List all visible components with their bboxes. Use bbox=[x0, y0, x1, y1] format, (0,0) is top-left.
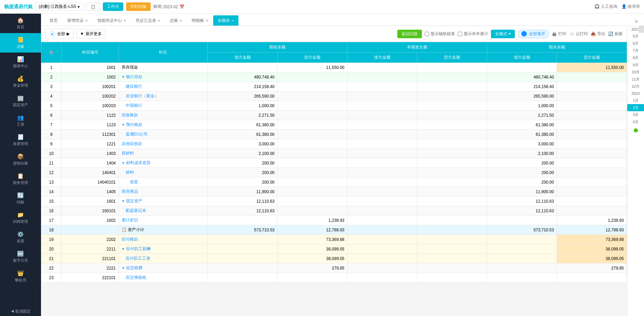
cell-name[interactable]: 嘉属EU公司 bbox=[119, 130, 207, 139]
cell-name[interactable]: ▼ 材料成本差异 bbox=[119, 158, 207, 168]
name-link[interactable]: 壹蛋 bbox=[130, 179, 138, 184]
ytd-checkbox-input[interactable] bbox=[458, 32, 462, 36]
sidebar-item-capital[interactable]: 💰资金管理 bbox=[0, 72, 41, 91]
tab-余额表[interactable]: 余额表✕ bbox=[213, 15, 238, 26]
tab-总账[interactable]: 总账✕ bbox=[165, 15, 187, 26]
name-link[interactable]: 配提基记本 bbox=[126, 208, 146, 213]
switch-version-button[interactable]: 切到旧版 bbox=[126, 2, 151, 11]
name-link[interactable]: 材料 bbox=[126, 170, 134, 175]
tab-新增凭证[interactable]: 新增凭证✕ bbox=[63, 15, 92, 26]
sidebar-item-purchase[interactable]: 📦进销台账 bbox=[0, 150, 41, 169]
sidebar-item-invoice[interactable]: 🧾发票管理 bbox=[0, 130, 41, 150]
right-panel-month-4月[interactable]: 4月 bbox=[627, 118, 644, 126]
name-link[interactable]: 库存商品 bbox=[122, 189, 138, 194]
name-link[interactable]: 应付职工工资 bbox=[126, 256, 150, 261]
filter-all-button[interactable]: ● 全部 ▶ bbox=[45, 29, 73, 39]
right-panel-month-8月[interactable]: 8月 bbox=[627, 54, 644, 61]
cell-name[interactable]: 库存商品 bbox=[119, 187, 207, 197]
expand-more-button[interactable]: ▼ 展开更多 bbox=[76, 29, 106, 39]
show-ytd-checkbox[interactable]: 显示本年累计 bbox=[458, 31, 488, 37]
right-panel-month-10月[interactable]: 10月 bbox=[627, 69, 644, 76]
name-link[interactable]: 应付账款 bbox=[122, 237, 138, 242]
name-link[interactable]: 其他应收款 bbox=[122, 141, 142, 146]
tab-凭证汇总表[interactable]: 凭证汇总表✕ bbox=[131, 15, 165, 26]
cell-name[interactable]: 应付账款 bbox=[119, 235, 207, 244]
sidebar-item-archive[interactable]: 📁归档管理 bbox=[0, 208, 41, 228]
tab-智能凭证中心[interactable]: 智能凭证中心✕ bbox=[93, 15, 131, 26]
tab-close-5[interactable]: ✕ bbox=[205, 19, 208, 23]
tab-close-2[interactable]: ✕ bbox=[123, 19, 126, 23]
cell-name[interactable]: 原材料 bbox=[119, 149, 207, 158]
cell-name[interactable]: 累计折旧 bbox=[119, 216, 207, 225]
cell-name[interactable]: 配提基记本 bbox=[119, 206, 207, 216]
right-panel-month-12月[interactable]: 12月 bbox=[627, 83, 644, 90]
right-panel-month-5月[interactable]: 5月 bbox=[627, 33, 644, 40]
right-panel-month-11月[interactable]: 11月 bbox=[627, 76, 644, 83]
right-panel-month-2月[interactable]: 2月 bbox=[627, 104, 644, 111]
name-link[interactable]: 材料成本差异 bbox=[126, 160, 151, 165]
cell-name[interactable]: 其他应收款 bbox=[119, 139, 207, 149]
cell-name[interactable]: ▼ 固定资产 bbox=[119, 197, 207, 206]
sidebar-item-salary[interactable]: 👥工资 bbox=[0, 111, 41, 130]
refresh-action[interactable]: 🔄 刷新 bbox=[608, 31, 623, 37]
workbench-button[interactable]: 工作台 bbox=[103, 2, 123, 11]
user-avatar[interactable]: 👤 徐泽华 bbox=[621, 4, 640, 10]
copy-button[interactable]: 📋 bbox=[86, 3, 100, 11]
auxiliary-checkbox-input[interactable] bbox=[425, 32, 429, 36]
tab-close-1[interactable]: ✕ bbox=[85, 19, 88, 23]
cell-name[interactable]: 农业银行（黄金） bbox=[119, 91, 207, 101]
sidebar-item-ledger[interactable]: 📒总账 bbox=[0, 33, 41, 53]
cell-name[interactable]: 建设银行 bbox=[119, 82, 207, 91]
name-link[interactable]: 固定资产 bbox=[126, 199, 142, 203]
tab-close-6[interactable]: ✕ bbox=[231, 19, 234, 23]
ai-consult[interactable]: 🎧 人工咨询 bbox=[594, 4, 617, 10]
close-all-tabs-button[interactable]: ✕ bbox=[633, 17, 640, 26]
cell-name[interactable]: 中国银行 bbox=[119, 101, 207, 111]
return-old-button[interactable]: 返回旧版 bbox=[397, 30, 422, 38]
right-panel-month-6月[interactable]: 6月 bbox=[627, 40, 644, 47]
sidebar-item-settings[interactable]: ⚙️设置 bbox=[0, 228, 41, 247]
sidebar-item-settlement[interactable]: 🔄结账 bbox=[0, 189, 41, 208]
right-panel-month-9月[interactable]: 9月 bbox=[627, 61, 644, 69]
format-button[interactable]: 全额式 ▾ bbox=[491, 30, 515, 38]
tab-首页[interactable]: 首页 bbox=[45, 15, 62, 26]
name-link[interactable]: 预付账款 bbox=[126, 122, 142, 127]
cell-name[interactable]: ▼ 预付账款 bbox=[119, 120, 207, 130]
sidebar-item-assets[interactable]: 🏢固定资产 bbox=[0, 91, 41, 111]
name-link[interactable]: 中国银行 bbox=[126, 103, 142, 108]
name-link[interactable]: 应付职工薪酬 bbox=[126, 246, 151, 251]
name-link[interactable]: 原材料 bbox=[122, 151, 134, 156]
cell-name[interactable]: 应收账款 bbox=[119, 111, 207, 120]
name-link[interactable]: 累计折旧 bbox=[122, 218, 138, 222]
show-auxiliary-checkbox[interactable]: 显示辅助核算 bbox=[425, 31, 455, 37]
name-link[interactable]: 应交增值税 bbox=[126, 275, 146, 280]
cell-name[interactable]: 材料 bbox=[119, 168, 207, 177]
th-settings[interactable]: ⚙️ bbox=[41, 42, 61, 63]
cell-name[interactable]: ▼ 应交税费 bbox=[119, 263, 207, 273]
cloud-print-action[interactable]: ☁️ 云打印 bbox=[569, 31, 588, 37]
export-action[interactable]: 📤 导出 bbox=[591, 31, 605, 37]
right-panel-month-7月[interactable]: 7月 bbox=[627, 47, 644, 54]
sidebar-item-tax[interactable]: 📋税务管理 bbox=[0, 169, 41, 189]
cell-name[interactable]: ▼ 银行存款 bbox=[119, 72, 207, 82]
cell-name[interactable]: 应付职工工资 bbox=[119, 254, 207, 263]
name-link[interactable]: 嘉属EU公司 bbox=[126, 132, 148, 137]
name-link[interactable]: 建设银行 bbox=[126, 84, 142, 89]
expand-all-toggle[interactable]: 全部展开 bbox=[518, 30, 549, 38]
company-selector[interactable]: (勿删) 江西股圣-LSS ▾ bbox=[36, 3, 83, 11]
cell-name[interactable]: 壹蛋 bbox=[119, 177, 207, 187]
name-link[interactable]: 应收账款 bbox=[122, 113, 138, 117]
tab-close-3[interactable]: ✕ bbox=[157, 19, 160, 23]
name-link[interactable]: 农业银行（黄金） bbox=[126, 94, 159, 98]
cancel-fixed-button[interactable]: ◀ 取消固定 bbox=[0, 307, 41, 316]
cell-name[interactable]: 应交增值税 bbox=[119, 273, 207, 283]
tab-明细账[interactable]: 明细账✕ bbox=[187, 15, 213, 26]
cell-name[interactable]: ▼ 应付职工薪酬 bbox=[119, 244, 207, 254]
collapse-panel-button[interactable]: › bbox=[639, 26, 644, 33]
sidebar-item-member[interactable]: 👑畅会员 bbox=[0, 267, 41, 286]
sidebar-item-home[interactable]: 🏠首页 bbox=[0, 14, 41, 33]
name-link[interactable]: 银行存款 bbox=[126, 74, 142, 79]
right-panel-month-3月[interactable]: 3月 bbox=[627, 111, 644, 118]
calendar-icon[interactable]: 📅 bbox=[179, 4, 184, 9]
sidebar-item-guide[interactable]: 🆕新手引导 bbox=[0, 247, 41, 267]
